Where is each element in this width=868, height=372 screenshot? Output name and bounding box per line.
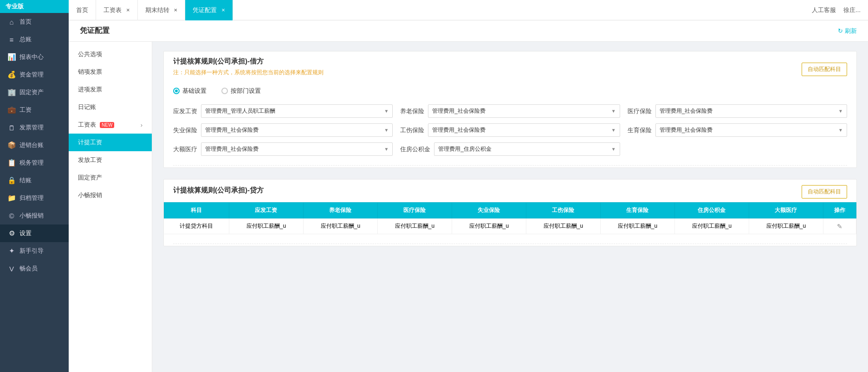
radio-basic-circle: [173, 88, 180, 94]
field-select-work-injury[interactable]: 管理费用_社会保险费 ▼: [428, 123, 620, 137]
nav-item-public[interactable]: 公共选项: [69, 45, 152, 63]
section2-divider: [173, 244, 847, 244]
nav-item-salary-table[interactable]: 工资表 NEW ›: [69, 116, 152, 134]
topbar: 首页 工资表 × 期末结转 × 凭证配置 × 人工客服 徐庄...: [69, 0, 868, 20]
nav-item-purchase-invoice[interactable]: 进项发票: [69, 81, 152, 98]
nav-item-label: 计提工资: [78, 138, 102, 147]
sidebar-item-label: 进销台账: [19, 141, 44, 149]
col-subject: 科目: [164, 203, 229, 218]
nav-item-label: 固定资产: [78, 173, 102, 182]
field-select-housing-fund[interactable]: 管理费用_住房公积金 ▼: [434, 142, 620, 156]
field-row-medical: 医疗保险 管理费用_社会保险费 ▼: [628, 104, 847, 118]
field-label-maternity: 生育保险: [628, 126, 652, 135]
cell-medical: 应付职工薪酬_u: [377, 218, 452, 234]
auto-match-credit-button[interactable]: 自动匹配科目: [802, 185, 847, 199]
sidebar-item-vip[interactable]: V 畅会员: [0, 260, 69, 277]
nav-item-journal[interactable]: 日记账: [69, 98, 152, 116]
nav-item-label: 销项发票: [78, 68, 102, 76]
sidebar-item-label: 小畅报销: [19, 212, 44, 220]
sidebar-item-funds[interactable]: 💰 资金管理: [0, 66, 69, 83]
field-select-pension[interactable]: 管理费用_社会保险费 ▼: [428, 104, 620, 118]
cell-maternity: 应付职工薪酬_u: [600, 218, 674, 234]
field-select-salary[interactable]: 管理费用_管理人员职工薪酬 ▼: [201, 104, 393, 118]
sidebar-item-invoice[interactable]: 🗒 发票管理: [0, 119, 69, 136]
vip-icon: V: [7, 265, 16, 273]
field-select-text-major-medical: 管理费用_社会保险费: [205, 145, 382, 153]
inventory-icon: 📦: [7, 141, 16, 149]
xiaochang-icon: ©: [7, 212, 16, 220]
tab-salary-table[interactable]: 工资表 ×: [96, 0, 138, 20]
col-unemployment: 失业保险: [452, 203, 526, 218]
sidebar-item-label: 畅会员: [19, 264, 38, 273]
tab-home[interactable]: 首页: [69, 0, 96, 20]
sidebar-item-ledger[interactable]: ≡ 总账: [0, 31, 69, 48]
cell-salary: 应付职工薪酬_u: [229, 218, 303, 234]
sidebar-item-label: 新手引导: [19, 247, 44, 255]
cell-housing-fund: 应付职工薪酬_u: [674, 218, 749, 234]
tab-period-close-close[interactable]: ×: [174, 6, 178, 13]
sidebar-item-label: 归档管理: [19, 194, 44, 202]
tab-salary-table-close[interactable]: ×: [126, 6, 130, 13]
content-layout: 公共选项 销项发票 进项发票 日记账 工资表 NEW › 计提工资 发放工资: [69, 42, 868, 372]
sidebar-item-inventory[interactable]: 📦 进销台账: [0, 136, 69, 154]
nav-item-issue-salary[interactable]: 发放工资: [69, 151, 152, 169]
app-edition: 专业版: [0, 0, 69, 13]
field-row-pension: 养老保险 管理费用_社会保险费 ▼: [400, 104, 620, 118]
tab-voucher-config-close[interactable]: ×: [221, 6, 225, 13]
sidebar-item-label: 工资: [19, 106, 32, 114]
field-label-salary: 应发工资: [173, 107, 197, 115]
tab-voucher-config[interactable]: 凭证配置 ×: [185, 0, 233, 20]
tax-icon: 📋: [7, 159, 16, 167]
tab-salary-table-label: 工资表: [104, 6, 122, 14]
field-select-maternity[interactable]: 管理费用_社会保险费 ▼: [655, 123, 847, 137]
cell-action[interactable]: ✎: [823, 218, 856, 234]
sidebar-item-guide[interactable]: ✦ 新手引导: [0, 242, 69, 260]
nav-item-label: 小畅报销: [78, 191, 102, 199]
sidebar-item-close[interactable]: 🔒 结账: [0, 172, 69, 189]
nav-item-fixed-assets[interactable]: 固定资产: [69, 169, 152, 186]
refresh-button[interactable]: ↻ 刷新: [838, 27, 857, 35]
sidebar-item-xiaochang[interactable]: © 小畅报销: [0, 207, 69, 224]
sidebar-item-archive[interactable]: 📁 归档管理: [0, 189, 69, 207]
sidebar-item-tax[interactable]: 📋 税务管理: [0, 154, 69, 172]
sidebar-item-settings[interactable]: ⚙ 设置: [0, 224, 69, 242]
field-label-housing-fund: 住房公积金: [400, 145, 430, 154]
main-area: 首页 工资表 × 期末结转 × 凭证配置 × 人工客服 徐庄... 凭证配置 ↻…: [69, 0, 868, 372]
sidebar-item-assets[interactable]: 🏢 固定资产: [0, 83, 69, 101]
radio-basic[interactable]: 基础设置: [173, 87, 207, 95]
tab-home-label: 首页: [76, 6, 88, 14]
guide-icon: ✦: [7, 247, 16, 255]
radio-dept[interactable]: 按部门设置: [221, 87, 261, 95]
page-header: 凭证配置 ↻ 刷新: [69, 20, 868, 42]
chevron-down-icon: ▼: [611, 109, 616, 114]
tab-period-close-label: 期末结转: [145, 6, 169, 14]
expand-icon: ›: [141, 122, 143, 128]
table-row: 计提贷方科目 应付职工薪酬_u 应付职工薪酬_u 应付职工薪酬_u 应付职工薪酬…: [164, 218, 856, 234]
field-select-unemployment[interactable]: 管理费用_社会保险费 ▼: [201, 123, 393, 137]
auto-match-debit-button[interactable]: 自动匹配科目: [802, 63, 847, 76]
section-divider: [173, 165, 847, 166]
sidebar-item-label: 结账: [19, 176, 32, 185]
field-select-medical[interactable]: 管理费用_社会保险费 ▼: [655, 104, 847, 118]
home-icon: ⌂: [7, 18, 16, 26]
radio-group-debit: 基础设置 按部门设置: [164, 85, 856, 101]
edit-icon[interactable]: ✎: [837, 223, 842, 230]
field-row-salary: 应发工资 管理费用_管理人员职工薪酬 ▼: [173, 104, 393, 118]
section-credit-title: 计提核算规则(公司承担)-贷方: [173, 186, 264, 195]
nav-item-sales-invoice[interactable]: 销项发票: [69, 63, 152, 81]
sidebar-item-report[interactable]: 📊 报表中心: [0, 48, 69, 66]
field-row-work-injury: 工伤保险 管理费用_社会保险费 ▼: [400, 123, 620, 137]
section-credit-header: 计提核算规则(公司承担)-贷方 自动匹配科目: [164, 180, 856, 202]
nav-item-petty-expense[interactable]: 小畅报销: [69, 186, 152, 204]
sidebar-item-salary[interactable]: 💼 工资: [0, 101, 69, 119]
assets-icon: 🏢: [7, 88, 16, 96]
section-debit-note: 注：只能选择一种方式，系统将按照您当前的选择来配置规则: [173, 69, 324, 77]
field-label-unemployment: 失业保险: [173, 126, 197, 135]
field-select-major-medical[interactable]: 管理费用_社会保险费 ▼: [201, 142, 393, 156]
chevron-down-icon: ▼: [611, 147, 616, 152]
close-period-icon: 🔒: [7, 176, 16, 185]
nav-item-calc-salary[interactable]: 计提工资: [69, 134, 152, 151]
tab-period-close[interactable]: 期末结转 ×: [138, 0, 186, 20]
sidebar-item-home[interactable]: ⌂ 首页: [0, 13, 69, 31]
field-label-work-injury: 工伤保险: [400, 126, 424, 135]
